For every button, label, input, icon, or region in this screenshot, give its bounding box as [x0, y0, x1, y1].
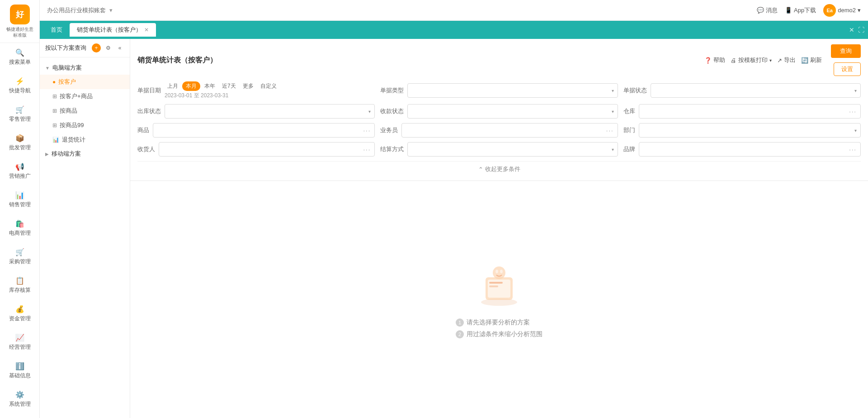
- date-tab-last-month[interactable]: 上月: [165, 81, 181, 91]
- sidebar-item-finance[interactable]: 💰资金管理: [9, 299, 31, 328]
- sidebar-label-finance: 资金管理: [9, 315, 31, 323]
- sidebar-label-inventory: 库存核算: [9, 286, 31, 294]
- tab-home[interactable]: 首页: [43, 23, 70, 37]
- empty-state: 1 请先选择要分析的方案 2 用过滤条件来缩小分析范围: [130, 181, 868, 418]
- wholesale-mgmt-icon: 📦: [15, 134, 24, 142]
- doc-type-dropdown[interactable]: ▾: [407, 83, 618, 98]
- scheme-item-by-customer[interactable]: ● 按客户: [40, 75, 130, 89]
- template-print-btn[interactable]: 🖨 按模板打印 ▾: [731, 56, 772, 64]
- message-icon: 💬: [757, 7, 764, 14]
- filter-doc-status-field: 单据状态 ▾: [623, 83, 861, 98]
- scheme-item-by-product-99[interactable]: ⊞ 按商品99: [40, 118, 130, 133]
- user-profile[interactable]: Ea demo2 ▾: [823, 4, 861, 17]
- tree-group-desktop-header[interactable]: ▼ 电脑端方案: [40, 61, 130, 75]
- product-picker[interactable]: ···: [153, 123, 375, 138]
- sidebar-item-retail-mgmt[interactable]: 🛒零售管理: [9, 100, 31, 128]
- scheme-header-title: 按以下方案查询: [45, 44, 86, 52]
- scheme-header-icons: + ⚙ «: [92, 43, 124, 52]
- filter-warehouse-field: 仓库 ···: [623, 104, 861, 119]
- item-label-return: 退货统计: [62, 136, 85, 144]
- date-tab-this-year[interactable]: 本年: [202, 81, 218, 91]
- scheme-header: 按以下方案查询 + ⚙ «: [40, 39, 130, 57]
- sidebar-label-operation: 经营管理: [9, 343, 31, 351]
- sidebar-item-enterprise[interactable]: 🤝企业协同: [9, 413, 31, 418]
- sidebar-item-inventory[interactable]: 📋库存核算: [9, 271, 31, 299]
- sidebar: 好 畅捷通好生意 标准版 🔍搜索菜单⚡快捷导航🛒零售管理📦批发管理📢营销推广📊销…: [0, 0, 40, 418]
- sidebar-item-operation[interactable]: 📈经营管理: [9, 328, 31, 356]
- scheme-item-return-stat[interactable]: 📊 退货统计: [40, 133, 130, 147]
- user-dropdown-icon: ▾: [858, 7, 861, 14]
- main-area: 办公用品行业模拟账套 ▾ 💬 消息 📱 App下载 Ea demo2 ▾ 首页 …: [40, 0, 868, 418]
- chevron-down-icon5: ▾: [854, 128, 857, 133]
- query-btn[interactable]: 查询: [831, 44, 861, 58]
- svg-point-5: [493, 266, 505, 279]
- header-title: 办公用品行业模拟账套: [47, 6, 106, 14]
- filter-header: 销货单统计表（按客户） ❓ 帮助 🖨 按模板打印 ▾ ↗: [130, 39, 868, 181]
- filter-product-field: 商品 ···: [137, 123, 375, 138]
- settlement-dropdown[interactable]: ▾: [407, 142, 618, 157]
- warehouse-picker[interactable]: ···: [639, 104, 861, 119]
- doc-status-dropdown[interactable]: ▾: [651, 83, 861, 98]
- brand-more-icon: ···: [849, 146, 857, 153]
- collapse-bar[interactable]: ⌃ 收起更多条件: [137, 161, 861, 177]
- sidebar-item-quick-nav[interactable]: ⚡快捷导航: [9, 71, 31, 100]
- filter-payment-status-field: 收款状态 ▾: [380, 104, 618, 119]
- chevron-down-icon6: ▾: [612, 147, 614, 152]
- add-scheme-btn[interactable]: +: [92, 43, 101, 52]
- more-icon: ···: [849, 108, 857, 115]
- item-icon-return: 📊: [52, 137, 59, 143]
- filter-settlement-field: 结算方式 ▾: [380, 142, 618, 157]
- department-dropdown[interactable]: ▾: [639, 123, 861, 138]
- scheme-item-by-customer-product[interactable]: ⊞ 按客户+商品: [40, 89, 130, 104]
- sidebar-item-sales-mgmt[interactable]: 📊销售管理: [9, 185, 31, 214]
- brand-picker[interactable]: ···: [639, 142, 861, 157]
- finance-icon: 💰: [15, 305, 24, 314]
- close-window-icon[interactable]: ✕: [849, 26, 854, 33]
- filter-out-status-field: 出库状态 ▾: [137, 104, 375, 119]
- date-tab-this-month[interactable]: 本月: [182, 81, 200, 91]
- sidebar-item-purchase-mgmt[interactable]: 🛒采购管理: [9, 242, 31, 271]
- sidebar-label-retail-mgmt: 零售管理: [9, 115, 31, 123]
- out-status-dropdown[interactable]: ▾: [165, 104, 375, 119]
- salesperson-picker[interactable]: ···: [401, 123, 618, 138]
- item-label-product: 按商品: [60, 107, 77, 115]
- product-more-icon: ···: [363, 127, 371, 134]
- receiver-picker[interactable]: ···: [159, 142, 375, 157]
- export-btn[interactable]: ↗ 导出: [777, 56, 796, 64]
- sidebar-label-basic-info: 基础信息: [9, 372, 31, 380]
- messages-btn[interactable]: 💬 消息: [757, 6, 778, 14]
- date-tab-more[interactable]: 更多: [240, 81, 256, 91]
- header-dropdown-icon[interactable]: ▾: [109, 7, 113, 14]
- filter-brand-field: 品牌 ···: [623, 142, 861, 157]
- settings-btn[interactable]: 设置: [834, 62, 861, 76]
- sidebar-item-system[interactable]: ⚙️系统管理: [9, 385, 31, 413]
- sidebar-item-search-menu[interactable]: 🔍搜索菜单: [9, 43, 31, 71]
- arrow-right-icon: ▶: [45, 152, 49, 157]
- chevron-up-icon: ⌃: [478, 166, 483, 173]
- sidebar-item-marketing[interactable]: 📢营销推广: [9, 157, 31, 185]
- sidebar-label-sales-mgmt: 销售管理: [9, 201, 31, 209]
- basic-info-icon: ℹ️: [15, 362, 24, 370]
- sidebar-item-wholesale-mgmt[interactable]: 📦批发管理: [9, 128, 31, 157]
- chevron-down-icon: ▾: [612, 88, 614, 93]
- scheme-item-by-product[interactable]: ⊞ 按商品: [40, 104, 130, 118]
- edit-scheme-btn[interactable]: ⚙: [104, 43, 113, 52]
- sidebar-label-wholesale-mgmt: 批发管理: [9, 144, 31, 152]
- collapse-scheme-btn[interactable]: «: [115, 43, 124, 52]
- tree-group-desktop: ▼ 电脑端方案 ● 按客户 ⊞ 按客户+商品 ⊞ 按商品: [40, 61, 130, 147]
- logo-icon: 好: [10, 5, 30, 24]
- maximize-icon[interactable]: ⛶: [858, 26, 864, 33]
- sidebar-item-basic-info[interactable]: ℹ️基础信息: [9, 356, 31, 385]
- date-tab-7days[interactable]: 近7天: [219, 81, 239, 91]
- item-icon-by-customer: ●: [52, 79, 56, 85]
- help-btn[interactable]: ❓ 帮助: [704, 56, 725, 64]
- app-download-btn[interactable]: 📱 App下载: [785, 6, 816, 14]
- sidebar-item-ecommerce[interactable]: 🛍️电商管理: [9, 214, 31, 242]
- date-tab-custom[interactable]: 自定义: [258, 81, 279, 91]
- tab-close-icon[interactable]: ✕: [144, 27, 149, 33]
- tab-sales-stat[interactable]: 销货单统计表（按客户） ✕: [70, 23, 156, 37]
- refresh-btn[interactable]: 🔄 刷新: [801, 56, 822, 64]
- payment-status-dropdown[interactable]: ▾: [407, 104, 618, 119]
- item-icon-product: ⊞: [52, 108, 57, 114]
- tree-group-mobile-header[interactable]: ▶ 移动端方案: [40, 147, 130, 161]
